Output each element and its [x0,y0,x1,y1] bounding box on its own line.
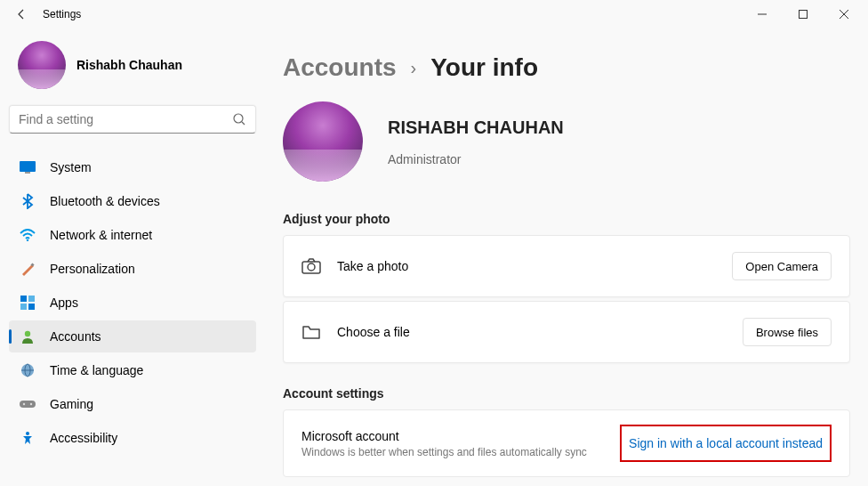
search-icon [232,112,246,126]
maximize-button[interactable] [783,0,824,28]
close-button[interactable] [824,0,864,28]
svg-rect-4 [20,161,36,172]
svg-point-6 [27,239,28,241]
sidebar-item-time[interactable]: Time & language [9,354,256,386]
sidebar-item-label: System [50,160,92,174]
local-account-link[interactable]: Sign in with a local account instead [629,436,823,450]
svg-point-17 [23,403,25,405]
search-box[interactable] [9,105,256,134]
window-controls [742,0,864,28]
hero-name: RISHABH CHAUHAN [388,117,564,138]
sidebar-item-label: Accessibility [50,431,117,445]
hero-role: Administrator [388,152,564,166]
profile-block[interactable]: Rishabh Chauhan [9,36,256,105]
apps-icon [20,295,36,311]
svg-line-3 [242,122,245,125]
title-bar: Settings [0,0,868,28]
minimize-icon [758,10,767,19]
svg-rect-8 [20,296,27,302]
ms-account-subtitle: Windows is better when settings and file… [301,446,613,458]
avatar [18,41,66,89]
hero-avatar [283,101,363,182]
svg-rect-10 [20,304,27,310]
camera-icon [301,256,321,276]
sidebar-item-system[interactable]: System [9,151,256,183]
sidebar-item-personalization[interactable]: Personalization [9,253,256,285]
sidebar-item-label: Apps [50,296,78,310]
folder-icon [301,322,321,342]
svg-rect-16 [20,401,36,408]
profile-name: Rishabh Chauhan [76,58,182,72]
svg-point-2 [234,114,243,123]
svg-point-21 [308,263,315,271]
globe-icon [20,362,36,378]
ms-account-title: Microsoft account [301,429,613,443]
svg-point-12 [25,331,30,336]
wifi-icon [20,227,36,243]
bluetooth-icon [20,193,36,209]
sidebar: Rishabh Chauhan System Bluetooth & devic… [0,28,265,486]
arrow-left-icon [14,7,28,21]
sidebar-item-accounts[interactable]: Accounts [9,320,256,352]
window-title: Settings [43,8,742,20]
nav: System Bluetooth & devices Network & int… [9,151,256,454]
take-photo-label: Take a photo [337,259,716,273]
section-heading-account: Account settings [283,386,850,401]
svg-rect-9 [28,296,35,302]
sidebar-item-apps[interactable]: Apps [9,287,256,319]
svg-point-19 [26,432,29,435]
display-icon [20,159,36,175]
browse-files-button[interactable]: Browse files [743,318,832,346]
close-icon [840,10,848,19]
paintbrush-icon [20,261,36,277]
breadcrumb-parent[interactable]: Accounts [283,53,397,82]
sidebar-item-network[interactable]: Network & internet [9,219,256,251]
microsoft-account-card: Microsoft account Windows is better when… [283,409,850,477]
back-button[interactable] [4,0,39,28]
choose-file-label: Choose a file [337,325,727,339]
minimize-button[interactable] [742,0,783,28]
sidebar-item-accessibility[interactable]: Accessibility [9,422,256,454]
sidebar-item-label: Personalization [50,262,135,276]
svg-rect-1 [800,11,808,19]
svg-point-18 [30,403,32,405]
main-panel: Accounts › Your info RISHABH CHAUHAN Adm… [265,28,868,486]
sidebar-item-label: Accounts [50,329,101,344]
maximize-icon [799,10,808,19]
sidebar-item-gaming[interactable]: Gaming [9,388,256,420]
highlight-box: Sign in with a local account instead [620,425,832,462]
svg-rect-5 [25,172,30,174]
search-input[interactable] [19,112,232,126]
sidebar-item-label: Time & language [50,363,143,377]
breadcrumb: Accounts › Your info [283,53,850,82]
svg-rect-11 [28,304,35,310]
sidebar-item-label: Bluetooth & devices [50,194,160,208]
gaming-icon [20,396,36,412]
section-heading-photo: Adjust your photo [283,212,850,226]
person-icon [20,328,36,344]
open-camera-button[interactable]: Open Camera [732,252,832,280]
chevron-right-icon: › [411,58,417,78]
sidebar-item-label: Network & internet [50,228,152,242]
account-hero: RISHABH CHAUHAN Administrator [283,101,850,182]
choose-file-card: Choose a file Browse files [283,301,850,363]
sidebar-item-bluetooth[interactable]: Bluetooth & devices [9,185,256,217]
sidebar-item-label: Gaming [50,397,93,411]
page-title: Your info [430,53,538,82]
take-photo-card: Take a photo Open Camera [283,235,850,297]
accessibility-icon [20,430,36,446]
